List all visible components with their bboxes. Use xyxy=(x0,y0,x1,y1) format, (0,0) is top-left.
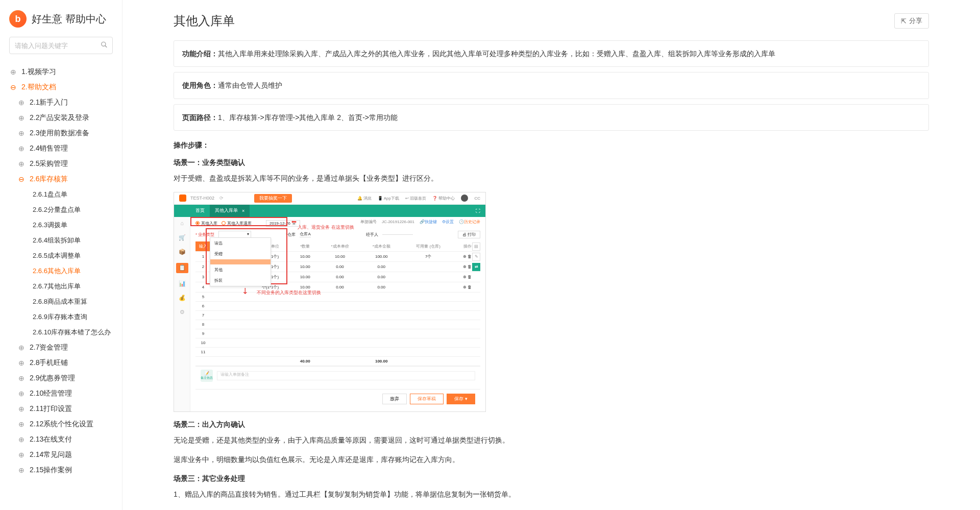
plus-icon: ⊕ xyxy=(17,344,26,352)
nav-item-2-8[interactable]: ⊕2.8手机旺铺 xyxy=(9,355,113,371)
note-input: 请输入单据备注 xyxy=(217,371,475,380)
nav-item-2-10[interactable]: ⊕2.10经营管理 xyxy=(9,386,113,401)
dd-item: 拆装 xyxy=(210,275,271,286)
close-icon: × xyxy=(242,208,244,213)
nav-item-2-6-2[interactable]: 2.6.2分量盘点单 xyxy=(9,202,113,217)
nav-list: ⊕1.视频学习 ⊖2.帮助文档 ⊕2.1新手入门 ⊕2.2产品安装及登录 ⊕2.… xyxy=(9,64,113,478)
dropdown-menu: 请选 受赠 其他 拆装 xyxy=(210,237,271,286)
ss-help: ❓ 帮助中心 xyxy=(432,196,455,201)
role-label: 使用角色： xyxy=(182,81,218,89)
plus-icon: ⊕ xyxy=(17,160,26,168)
nav-label: 2.6.9库存账本查询 xyxy=(33,312,87,322)
nav-item-2-9[interactable]: ⊕2.9优惠券管理 xyxy=(9,371,113,386)
logo[interactable]: b 好生意 帮助中心 xyxy=(9,10,113,28)
nav-item-2-12[interactable]: ⊕2.12系统个性化设置 xyxy=(9,417,113,432)
tool-icon-active: ⇄ xyxy=(472,263,480,271)
plus-icon: ⊕ xyxy=(17,451,26,459)
nav-label: 2.14常见问题 xyxy=(30,450,72,459)
cart-icon: 🛒 xyxy=(179,234,186,241)
steps-label: 操作步骤： xyxy=(174,141,929,150)
nav-item-2-6-6[interactable]: 2.6.6其他入库单 xyxy=(9,263,113,279)
nav-label: 2.13在线支付 xyxy=(30,435,72,444)
nav-label: 2.6库存核算 xyxy=(30,175,68,184)
nav-label: 2.3使用前数据准备 xyxy=(30,129,89,138)
search-icon[interactable] xyxy=(101,41,108,50)
ss-note-area: 📝备注信息 请输入单据备注 xyxy=(195,366,480,385)
nav-item-2-6-4[interactable]: 2.6.4组装拆卸单 xyxy=(9,233,113,248)
nav-item-2-13[interactable]: ⊕2.13在线支付 xyxy=(9,432,113,447)
nav-label: 2.7资金管理 xyxy=(30,343,68,352)
nav-label: 2.帮助文档 xyxy=(21,83,56,92)
ss-body: ⌂ 🛒 📦 📋 📊 💰 ⚙ 其他入库 其他入库退库 2019-12 xyxy=(174,217,485,411)
nav-item-2-6-8[interactable]: 2.6.8商品成本重算 xyxy=(9,294,113,309)
nav-item-2-6-9[interactable]: 2.6.9库存账本查询 xyxy=(9,309,113,325)
nav-label: 2.6.2分量盘点单 xyxy=(33,205,81,214)
nav-item-2-6-5[interactable]: 2.6.5成本调整单 xyxy=(9,248,113,263)
nav-label: 2.6.4组装拆卸单 xyxy=(33,236,81,245)
nav-item-2-6-10[interactable]: 2.6.10库存账本错了怎么办 xyxy=(9,325,113,340)
nav-item-2-1[interactable]: ⊕2.1新手入门 xyxy=(9,95,113,110)
discard-btn: 放弃 xyxy=(382,394,407,404)
nav-item-2-6-7[interactable]: 2.6.7其他出库单 xyxy=(9,279,113,294)
box-icon: 📦 xyxy=(179,249,186,256)
scenario1-title: 场景一：业务类型确认 xyxy=(174,158,929,167)
ss-topbar: TEST-H002 ⟳ 我要抽奖一下 🔔 消息 📱 App下载 ↩ 旧版首页 ❓… xyxy=(174,192,485,205)
nav-label: 2.11打印设置 xyxy=(30,404,72,414)
nav-item-2-2[interactable]: ⊕2.2产品安装及登录 xyxy=(9,110,113,126)
scenario2-title: 场景二：出入方向确认 xyxy=(174,420,929,429)
search-box xyxy=(9,37,113,54)
handler-label: 经手人 xyxy=(366,232,378,237)
arrow-icon: ← xyxy=(290,217,298,226)
logo-icon: b xyxy=(9,10,27,28)
nav-label: 2.5采购管理 xyxy=(30,159,68,168)
ss-test-label: TEST-H002 xyxy=(190,196,214,201)
nav-item-2-4[interactable]: ⊕2.4销售管理 xyxy=(9,141,113,156)
path-box: 页面路径：1、库存核算->库存管理->其他入库单 2、首页->常用功能 xyxy=(174,104,929,131)
table-row: 5 xyxy=(195,292,480,301)
nav-item-2-6[interactable]: ⊖2.6库存核算 xyxy=(9,172,113,187)
ss-leftbar: ⌂ 🛒 📦 📋 📊 💰 ⚙ xyxy=(174,217,190,411)
scenario3-p1: 1、赠品入库的商品直接转为销售。通过工具栏【复制/复制为销货单】功能，将单据信息… xyxy=(174,489,929,501)
nav-item-2-15[interactable]: ⊕2.15操作案例 xyxy=(9,463,113,478)
nav-item-2-14[interactable]: ⊕2.14常见问题 xyxy=(9,447,113,463)
share-button[interactable]: ⇱ 分享 xyxy=(894,13,929,29)
table-sum-row: 40.00100.00 xyxy=(195,356,480,366)
ss-lottery-btn: 我要抽奖一下 xyxy=(254,194,292,203)
nav-label: 2.2产品安装及登录 xyxy=(30,113,89,123)
expand-icon: ⛶ xyxy=(476,208,480,213)
minus-icon: ⊖ xyxy=(9,83,17,91)
ss-app: 📱 App下载 xyxy=(378,196,399,201)
plus-icon: ⊕ xyxy=(17,420,26,428)
nav-item-2-5[interactable]: ⊕2.5采购管理 xyxy=(9,156,113,172)
gear-icon: ⚙ xyxy=(179,309,186,316)
nav-item-2-7[interactable]: ⊕2.7资金管理 xyxy=(9,340,113,355)
avatar-icon xyxy=(461,195,468,202)
doc-icon: 📋 xyxy=(176,263,188,273)
nav-item-2-3[interactable]: ⊕2.3使用前数据准备 xyxy=(9,126,113,141)
setting-link: ⚙设置 xyxy=(442,219,454,225)
nav-item-video[interactable]: ⊕1.视频学习 xyxy=(9,64,113,80)
plus-icon: ⊕ xyxy=(17,99,26,107)
nav-item-2-6-1[interactable]: 2.6.1盘点单 xyxy=(9,187,113,202)
nav-item-docs[interactable]: ⊖2.帮助文档 xyxy=(9,80,113,95)
nav-label: 2.10经营管理 xyxy=(30,389,72,398)
ss-logo-icon xyxy=(179,195,186,202)
nav-item-2-11[interactable]: ⊕2.11打印设置 xyxy=(9,401,113,417)
doc-no-label: 单据编号 xyxy=(360,219,377,225)
tool-icon: ✎ xyxy=(472,253,480,261)
main-content: 其他入库单 ⇱ 分享 功能介绍：其他入库单用来处理除采购入库、产成品入库之外的其… xyxy=(122,0,980,510)
nav-item-2-6-3[interactable]: 2.6.3调拨单 xyxy=(9,217,113,233)
search-input[interactable] xyxy=(9,37,113,54)
intro-box: 功能介绍：其他入库单用来处理除采购入库、产成品入库之外的其他入库业务，因此其他入… xyxy=(174,40,929,67)
nav-label: 2.6.3调拨单 xyxy=(33,221,67,230)
intro-label: 功能介绍： xyxy=(182,50,218,58)
plus-icon: ⊕ xyxy=(17,405,26,413)
th-qty: *数量 xyxy=(291,241,319,252)
logo-text: 好生意 帮助中心 xyxy=(32,12,106,26)
plus-icon: ⊕ xyxy=(17,359,26,367)
plus-icon: ⊕ xyxy=(17,114,26,122)
ss-old: ↩ 旧版首页 xyxy=(405,196,426,201)
nav-label: 2.8手机旺铺 xyxy=(30,358,68,368)
handler-input xyxy=(382,234,413,235)
stat-icon: 📊 xyxy=(179,280,186,287)
